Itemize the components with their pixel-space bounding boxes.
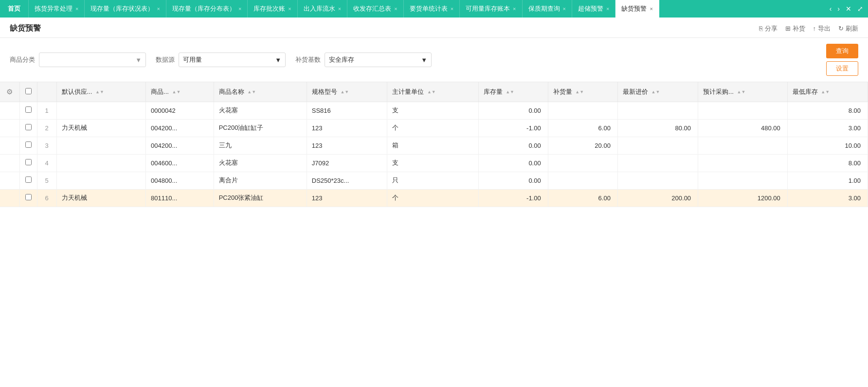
row-supplier — [56, 137, 146, 154]
table-row: 5 004800... 离合片 DS250*23c... 只 0.00 1.00 — [0, 172, 868, 189]
tab-shortage[interactable]: 缺货预警 × — [615, 0, 659, 18]
tab-inventory-status-close[interactable]: × — [157, 6, 160, 12]
th-default-supplier-label: 默认供应... — [62, 88, 92, 95]
row-replenish: 6.00 — [548, 119, 617, 137]
row-checkbox-cell[interactable] — [19, 172, 37, 189]
row-checkbox[interactable] — [25, 176, 32, 183]
th-spec[interactable]: 规格型号 ▲▼ — [307, 82, 387, 102]
tab-inout-flow-close[interactable]: × — [338, 6, 341, 12]
share-label: 分享 — [765, 24, 778, 33]
table-row: 1 0000042 火花塞 SS816 支 0.00 8.00 — [0, 102, 868, 119]
th-unit[interactable]: 主计量单位 ▲▼ — [387, 82, 478, 102]
sort-arrows-supplier: ▲▼ — [95, 90, 104, 94]
row-inventory: 0.00 — [478, 172, 548, 189]
tab-overstock[interactable]: 超储预警 × — [572, 0, 615, 18]
th-est-purchase[interactable]: 预计采购... ▲▼ — [698, 82, 788, 102]
row-min-inventory: 10.00 — [787, 137, 868, 154]
sort-arrows-price: ▲▼ — [651, 90, 660, 94]
row-checkbox-cell[interactable] — [19, 102, 37, 119]
tab-prev-button[interactable]: ‹ — [827, 0, 835, 18]
tab-overstock-close[interactable]: × — [606, 6, 609, 12]
row-checkbox[interactable] — [25, 159, 32, 165]
row-checkbox-cell[interactable] — [19, 189, 37, 207]
row-number: 2 — [37, 119, 56, 137]
gear-icon[interactable]: ⚙ — [6, 88, 13, 96]
share-button[interactable]: ⎘ 分享 — [759, 24, 778, 33]
table-body: 1 0000042 火花塞 SS816 支 0.00 8.00 2 力天机械 0… — [0, 102, 868, 207]
tab-batch-account[interactable]: 库存批次账 × — [248, 0, 297, 18]
row-supplier: 力天机械 — [56, 189, 146, 207]
th-min-inventory[interactable]: 最低库存 ▲▼ — [787, 82, 868, 102]
row-spec: J7092 — [307, 154, 387, 172]
tab-avail-ledger-close[interactable]: × — [513, 6, 516, 12]
settings-button[interactable]: 设置 — [826, 61, 858, 76]
tab-inventory-dist-close[interactable]: × — [238, 6, 241, 12]
row-spec: 123 — [307, 189, 387, 207]
tab-defect-proc-close[interactable]: × — [75, 6, 78, 12]
tab-close-others-button[interactable]: ✕ — [843, 0, 854, 18]
row-spec: 123 — [307, 119, 387, 137]
tab-shortage-close[interactable]: × — [650, 6, 652, 12]
gear-column-header[interactable]: ⚙ — [0, 82, 19, 102]
row-code: 004200... — [146, 119, 214, 137]
tab-inout-flow[interactable]: 出入库流水 × — [298, 0, 347, 18]
row-checkbox-cell[interactable] — [19, 137, 37, 154]
query-button[interactable]: 查询 — [826, 44, 858, 58]
category-label: 商品分类 — [10, 55, 35, 64]
th-default-supplier[interactable]: 默认供应... ▲▼ — [56, 82, 146, 102]
sort-arrows-unit: ▲▼ — [427, 90, 436, 94]
table-row: 4 004600... 火花塞 J7092 支 0.00 8.00 — [0, 154, 868, 172]
row-checkbox[interactable] — [25, 106, 32, 113]
checkbox-column-header[interactable] — [19, 82, 37, 102]
table-row: 2 力天机械 004200... PC200油缸缸子 123 个 -1.00 6… — [0, 119, 868, 137]
tab-expiry-query-close[interactable]: × — [563, 6, 566, 12]
th-inventory[interactable]: 库存量 ▲▼ — [478, 82, 548, 102]
row-unit: 箱 — [387, 137, 478, 154]
tab-defect-proc-label: 拣货异常处理 — [35, 4, 72, 13]
row-checkbox-cell[interactable] — [19, 154, 37, 172]
row-latest-price — [617, 154, 698, 172]
th-latest-price[interactable]: 最新进价 ▲▼ — [617, 82, 698, 102]
replenish-base-select[interactable]: 安全库存 ▼ — [325, 53, 432, 67]
tab-next-button[interactable]: › — [834, 0, 843, 18]
export-button[interactable]: ↑ 导出 — [813, 24, 831, 33]
tab-inventory-status[interactable]: 现存量（库存状况表） × — [85, 0, 166, 18]
replenish-base-chevron-icon: ▼ — [421, 56, 427, 64]
tab-shortage-label: 缺货预警 — [621, 4, 647, 13]
tab-avail-ledger[interactable]: 可用量库存账本 × — [460, 0, 522, 18]
row-unit: 支 — [387, 154, 478, 172]
tab-bar: 首页 拣货异常处理 × 现存量（库存状况表） × 现存量（库存分布表） × 库存… — [0, 0, 868, 18]
th-product-code[interactable]: 商品... ▲▼ — [146, 82, 214, 102]
th-replenish-qty[interactable]: 补货量 ▲▼ — [548, 82, 617, 102]
category-filter-group: 商品分类 ▼ — [10, 53, 146, 67]
category-select[interactable]: ▼ — [39, 53, 146, 67]
row-checkbox[interactable] — [25, 141, 32, 148]
th-product-name-label: 商品名称 — [219, 88, 244, 95]
row-checkbox-cell[interactable] — [19, 119, 37, 137]
row-min-inventory: 8.00 — [787, 154, 868, 172]
row-latest-price: 80.00 — [617, 119, 698, 137]
tab-batch-account-close[interactable]: × — [288, 6, 291, 12]
tab-recv-summary[interactable]: 收发存汇总表 × — [347, 0, 403, 18]
tab-maximize-button[interactable]: ⤢ — [854, 0, 866, 18]
tab-req-stat-close[interactable]: × — [451, 6, 453, 12]
refresh-button[interactable]: ↻ 刷新 — [838, 24, 858, 33]
row-inventory: -1.00 — [478, 189, 548, 207]
tab-home-label: 首页 — [8, 4, 20, 13]
tab-req-stat[interactable]: 要货单统计表 × — [404, 0, 460, 18]
select-all-checkbox[interactable] — [25, 88, 32, 94]
tab-recv-summary-close[interactable]: × — [394, 6, 397, 12]
tab-home[interactable]: 首页 — [0, 0, 29, 18]
row-code: 0000042 — [146, 102, 214, 119]
refresh-label: 刷新 — [846, 24, 858, 33]
tab-expiry-query[interactable]: 保质期查询 × — [523, 0, 572, 18]
row-checkbox[interactable] — [25, 124, 32, 130]
th-product-name[interactable]: 商品名称 ▲▼ — [214, 82, 307, 102]
row-code: 801110... — [146, 189, 214, 207]
row-checkbox[interactable] — [25, 194, 32, 200]
replenish-base-value: 安全库存 — [329, 55, 354, 64]
tab-inventory-dist[interactable]: 现存量（库存分布表） × — [166, 0, 248, 18]
datasource-select[interactable]: 可用量 ▼ — [179, 53, 286, 67]
replenish-button[interactable]: ⊞ 补货 — [785, 24, 805, 33]
tab-defect-proc[interactable]: 拣货异常处理 × — [29, 0, 85, 18]
